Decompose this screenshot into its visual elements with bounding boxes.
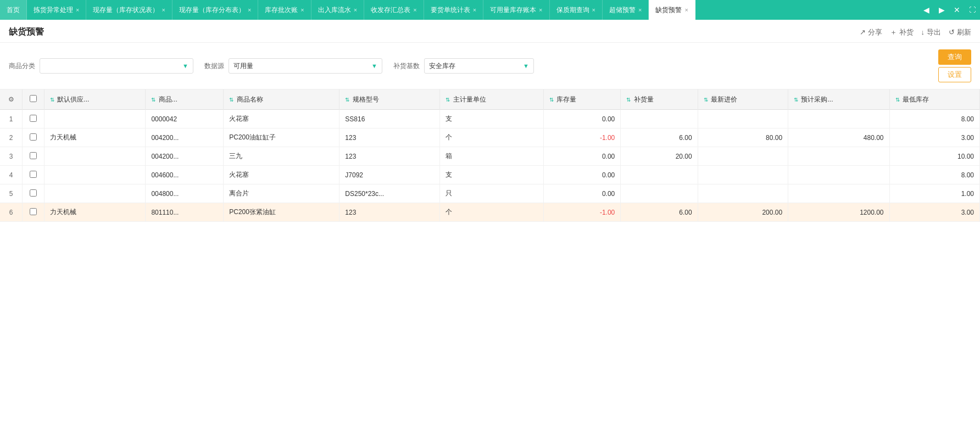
tab-home[interactable]: 首页 [0, 0, 27, 20]
tab-close-inventory-status[interactable]: × [162, 7, 165, 13]
cell-replenish-2: 20.00 [621, 147, 698, 166]
sort-code-icon: ⇅ [151, 97, 155, 103]
th-name[interactable]: ⇅ 商品名称 [224, 89, 339, 110]
row-checkbox-2[interactable] [30, 152, 37, 159]
cell-spec-5: 123 [339, 203, 440, 222]
row-checkbox-1[interactable] [30, 133, 37, 141]
sort-est-icon: ⇅ [794, 97, 798, 103]
tab-inventory-status[interactable]: 现存量（库存状况表） × [86, 0, 172, 20]
cell-checkbox-1[interactable] [23, 128, 44, 147]
row-checkbox-4[interactable] [30, 189, 37, 197]
cell-supplier-5: 力天机械 [44, 203, 146, 222]
sort-unit-icon: ⇅ [446, 97, 450, 103]
cell-est-purchase-4 [788, 184, 889, 203]
th-replenish[interactable]: ⇅ 补货量 [621, 89, 698, 110]
tab-close-overstock[interactable]: × [638, 7, 642, 13]
tab-close-collect-summary[interactable]: × [413, 7, 416, 13]
replenish-select[interactable]: 安全库存 ▼ [424, 58, 534, 74]
datasource-select[interactable]: 可用量 ▼ [229, 58, 382, 74]
tab-nav-buttons: ◀ ▶ ✕ ⛶ [918, 0, 980, 20]
th-spec[interactable]: ⇅ 规格型号 [339, 89, 440, 110]
th-supplier[interactable]: ⇅ 默认供应... [44, 89, 146, 110]
cell-min-stock-1: 3.00 [889, 128, 979, 147]
th-stock[interactable]: ⇅ 库存量 [543, 89, 620, 110]
tab-close-abnormal[interactable]: × [76, 7, 79, 13]
table-row: 5 004800... 离合片 DS250*23c... 只 0.00 1.00 [0, 184, 980, 203]
category-select[interactable]: ▼ [40, 58, 193, 74]
row-checkbox-3[interactable] [30, 171, 37, 178]
export-button[interactable]: ↓ 导出 [921, 27, 942, 37]
tab-close-available-ledger[interactable]: × [539, 7, 542, 13]
cell-code-2: 004200... [146, 147, 224, 166]
tab-close-in-out-flow[interactable]: × [354, 7, 357, 13]
cell-latest-price-0 [698, 110, 788, 128]
select-all-checkbox[interactable] [30, 95, 37, 102]
tab-bar: 首页 拣货异常处理 × 现存量（库存状况表） × 现存量（库存分布表） × 库存… [0, 0, 980, 20]
tab-fullscreen-button[interactable]: ⛶ [965, 0, 980, 20]
cell-code-3: 004600... [146, 166, 224, 184]
cell-code-4: 004800... [146, 184, 224, 203]
page-container: 缺货预警 ↗ 分享 ＋ 补货 ↓ 导出 ↺ 刷新 商品分类 [0, 20, 980, 437]
cell-name-1: PC200油缸缸子 [224, 128, 339, 147]
tab-abnormal[interactable]: 拣货异常处理 × [27, 0, 86, 20]
th-latest-price[interactable]: ⇅ 最新进价 [698, 89, 788, 110]
replenish-arrow-icon: ▼ [523, 63, 529, 69]
th-est-purchase[interactable]: ⇅ 预计采购... [788, 89, 889, 110]
tab-available-ledger[interactable]: 可用量库存账本 × [483, 0, 549, 20]
tab-collect-summary[interactable]: 收发存汇总表 × [364, 0, 424, 20]
tab-overstock[interactable]: 超储预警 × [603, 0, 649, 20]
cell-checkbox-4[interactable] [23, 184, 44, 203]
tab-close-inventory-dist[interactable]: × [248, 7, 251, 13]
cell-rownum-0: 1 [0, 110, 23, 128]
share-button[interactable]: ↗ 分享 [860, 27, 882, 37]
table-row: 2 力天机械 004200... PC200油缸缸子 123 个 -1.00 6… [0, 128, 980, 147]
settings-gear-icon[interactable]: ⚙ [5, 94, 16, 105]
replenish-icon: ＋ [890, 27, 897, 37]
cell-name-3: 火花塞 [224, 166, 339, 184]
replenish-label: 补货基数 [393, 61, 420, 71]
th-unit[interactable]: ⇅ 主计量单位 [440, 89, 543, 110]
sort-name-icon: ⇅ [229, 97, 233, 103]
replenish-filter-group: 补货基数 安全库存 ▼ [393, 58, 534, 74]
tab-close-shortage[interactable]: × [684, 7, 688, 13]
cell-checkbox-5[interactable] [23, 203, 44, 222]
row-checkbox-0[interactable] [30, 115, 37, 122]
tab-shortage[interactable]: 缺货预警 × [649, 0, 695, 20]
replenish-button[interactable]: ＋ 补货 [890, 27, 914, 37]
cell-latest-price-2 [698, 147, 788, 166]
tab-batch-account[interactable]: 库存批次账 × [258, 0, 311, 20]
sort-minstock-icon: ⇅ [895, 97, 900, 103]
row-checkbox-5[interactable] [30, 208, 37, 215]
query-button[interactable]: 查询 [938, 49, 971, 65]
tab-inventory-dist[interactable]: 现存量（库存分布表） × [172, 0, 258, 20]
sort-price-icon: ⇅ [704, 97, 708, 103]
cell-spec-0: SS816 [339, 110, 440, 128]
cell-name-5: PC200张紧油缸 [224, 203, 339, 222]
cell-min-stock-0: 8.00 [889, 110, 979, 128]
cell-min-stock-4: 1.00 [889, 184, 979, 203]
cell-rownum-4: 5 [0, 184, 23, 203]
tab-prev-button[interactable]: ◀ [918, 0, 934, 20]
tab-next-button[interactable]: ▶ [934, 0, 949, 20]
refresh-button[interactable]: ↺ 刷新 [949, 27, 971, 37]
th-code[interactable]: ⇅ 商品... [146, 89, 224, 110]
th-settings[interactable]: ⚙ [0, 89, 23, 110]
tab-close-all-button[interactable]: ✕ [949, 0, 965, 20]
tab-close-batch-account[interactable]: × [300, 7, 304, 13]
tab-in-out-flow[interactable]: 出入库流水 × [311, 0, 364, 20]
cell-checkbox-0[interactable] [23, 110, 44, 128]
table-container: ⚙ ⇅ 默认供应... ⇅ 商品... ⇅ 商品名称 [0, 89, 980, 222]
tab-close-expiry-query[interactable]: × [592, 7, 595, 13]
th-checkbox[interactable] [23, 89, 44, 110]
settings-button[interactable]: 设置 [938, 67, 971, 82]
cell-checkbox-2[interactable] [23, 147, 44, 166]
cell-spec-3: J7092 [339, 166, 440, 184]
cell-name-4: 离合片 [224, 184, 339, 203]
tab-expiry-query[interactable]: 保质期查询 × [550, 0, 603, 20]
th-min-stock[interactable]: ⇅ 最低库存 [889, 89, 979, 110]
cell-min-stock-2: 10.00 [889, 147, 979, 166]
tab-close-req-stat[interactable]: × [473, 7, 476, 13]
tab-req-stat[interactable]: 要货单统计表 × [424, 0, 483, 20]
cell-checkbox-3[interactable] [23, 166, 44, 184]
cell-unit-3: 支 [440, 166, 543, 184]
